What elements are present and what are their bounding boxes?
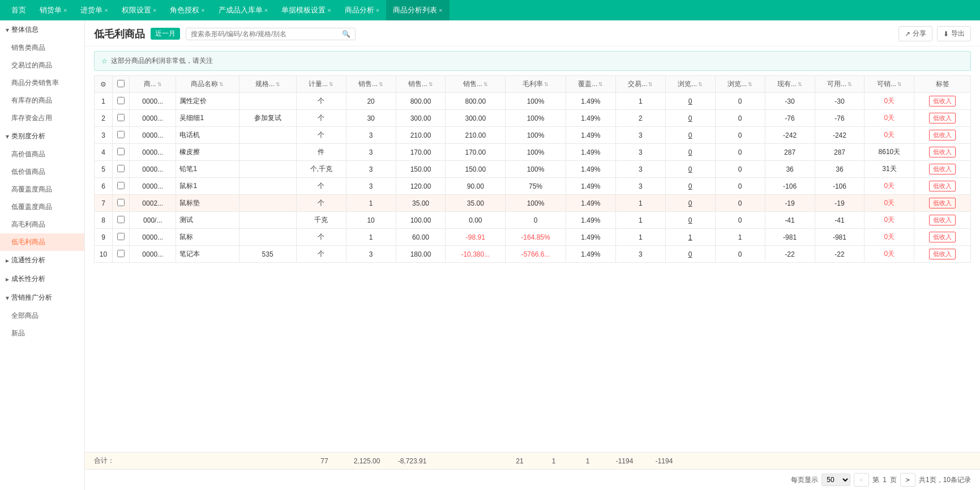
cell-checkbox[interactable] bbox=[113, 93, 130, 110]
search-input[interactable] bbox=[191, 30, 342, 38]
col-view2[interactable]: 浏览... ⇅ bbox=[715, 76, 765, 93]
sort-icon-trade[interactable]: ⇅ bbox=[648, 82, 653, 87]
next-page-button[interactable]: ＞ bbox=[900, 473, 915, 487]
nav-sales[interactable]: 销货单 × bbox=[33, 0, 74, 20]
nav-permissions[interactable]: 权限设置 × bbox=[115, 0, 163, 20]
sort-icon-view2[interactable]: ⇅ bbox=[748, 82, 752, 87]
sidebar-item-high-coverage[interactable]: 高覆盖度商品 bbox=[0, 181, 84, 198]
sidebar-item-new-goods[interactable]: 新品 bbox=[0, 325, 84, 342]
col-name[interactable]: 商品名称 ⇅ bbox=[176, 76, 239, 93]
sort-icon-spec[interactable]: ⇅ bbox=[276, 82, 280, 87]
sidebar-item-stock-goods[interactable]: 有库存的商品 bbox=[0, 92, 84, 109]
cell-checkbox[interactable] bbox=[113, 246, 130, 263]
sidebar-item-high-value[interactable]: 高价值商品 bbox=[0, 146, 84, 163]
cell-view1[interactable]: 0 bbox=[665, 195, 715, 212]
prev-page-button[interactable]: ＜ bbox=[854, 473, 869, 487]
col-settings[interactable]: ⚙ bbox=[95, 76, 113, 93]
row-checkbox[interactable] bbox=[117, 165, 125, 172]
row-checkbox[interactable] bbox=[117, 182, 125, 189]
nav-close-goods-analysis-list[interactable]: × bbox=[439, 7, 442, 14]
row-checkbox[interactable] bbox=[117, 131, 125, 138]
col-checkbox[interactable] bbox=[113, 76, 130, 93]
col-view1[interactable]: 浏览... ⇅ bbox=[665, 76, 715, 93]
cell-view1[interactable]: 0 bbox=[665, 246, 715, 263]
row-checkbox[interactable] bbox=[117, 233, 125, 240]
sidebar-item-inventory-fund[interactable]: 库存资金占用 bbox=[0, 109, 84, 127]
col-unit[interactable]: 计量... ⇅ bbox=[296, 76, 346, 93]
nav-home[interactable]: 首页 bbox=[5, 0, 33, 20]
cell-view1[interactable]: 0 bbox=[665, 212, 715, 229]
nav-purchase[interactable]: 进货单 × bbox=[74, 0, 114, 20]
sidebar-group-liquidity[interactable]: ▸ 流通性分析 bbox=[0, 251, 84, 270]
search-box[interactable]: 🔍 bbox=[186, 28, 356, 40]
sort-icon-saleable[interactable]: ⇅ bbox=[897, 82, 902, 87]
col-trade[interactable]: 交易... ⇅ bbox=[615, 76, 665, 93]
sort-icon-sale-qty[interactable]: ⇅ bbox=[379, 82, 383, 87]
nav-roles[interactable]: 角色授权 × bbox=[163, 0, 211, 20]
cell-view1[interactable]: 0 bbox=[665, 110, 715, 127]
cell-checkbox[interactable] bbox=[113, 127, 130, 144]
nav-template[interactable]: 单据模板设置 × bbox=[275, 0, 337, 20]
sort-icon-unit[interactable]: ⇅ bbox=[329, 82, 333, 87]
cell-view1[interactable]: 0 bbox=[665, 93, 715, 110]
cell-view1[interactable]: 0 bbox=[665, 127, 715, 144]
sidebar-item-high-margin[interactable]: 高毛利商品 bbox=[0, 216, 84, 233]
sort-icon-coverage[interactable]: ⇅ bbox=[598, 82, 603, 87]
cell-view1[interactable]: 0 bbox=[665, 178, 715, 195]
nav-close-product-inbound[interactable]: × bbox=[264, 7, 268, 14]
col-sale-price[interactable]: 销售... ⇅ bbox=[396, 76, 446, 93]
nav-goods-analysis[interactable]: 商品分析 × bbox=[338, 0, 386, 20]
sidebar-item-category-rate[interactable]: 商品分类销售率 bbox=[0, 74, 84, 92]
export-button[interactable]: ⬇ 导出 bbox=[937, 26, 971, 41]
cell-checkbox[interactable] bbox=[113, 195, 130, 212]
col-sale-amount[interactable]: 销售... ⇅ bbox=[446, 76, 506, 93]
sort-icon-view1[interactable]: ⇅ bbox=[698, 82, 703, 87]
sidebar-item-sales-goods[interactable]: 销售类商品 bbox=[0, 39, 84, 57]
sort-icon-sale-amount[interactable]: ⇅ bbox=[483, 82, 488, 87]
col-available[interactable]: 可用... ⇅ bbox=[815, 76, 865, 93]
nav-close-goods-analysis[interactable]: × bbox=[376, 7, 379, 14]
sidebar-group-overall[interactable]: ▾ 整体信息 bbox=[0, 20, 84, 39]
sidebar-item-low-value[interactable]: 低价值商品 bbox=[0, 163, 84, 181]
nav-goods-analysis-list[interactable]: 商品分析列表 × bbox=[386, 0, 449, 20]
cell-view1[interactable]: 1 bbox=[665, 229, 715, 246]
col-saleable[interactable]: 可销... ⇅ bbox=[865, 76, 914, 93]
sidebar-group-marketing[interactable]: ▾ 营销推广分析 bbox=[0, 288, 84, 307]
cell-view1[interactable]: 0 bbox=[665, 161, 715, 178]
sidebar-group-category[interactable]: ▾ 类别度分析 bbox=[0, 127, 84, 146]
sidebar-item-low-margin[interactable]: 低毛利商品 bbox=[0, 233, 84, 251]
nav-close-template[interactable]: × bbox=[327, 7, 331, 14]
col-current[interactable]: 现有... ⇅ bbox=[765, 76, 815, 93]
cell-view1[interactable]: 0 bbox=[665, 144, 715, 161]
per-page-select[interactable]: 50 20 100 bbox=[821, 474, 850, 486]
col-code[interactable]: 商... ⇅ bbox=[130, 76, 176, 93]
cell-checkbox[interactable] bbox=[113, 161, 130, 178]
sort-icon-gross-rate[interactable]: ⇅ bbox=[544, 82, 549, 87]
sort-icon-current[interactable]: ⇅ bbox=[798, 82, 802, 87]
nav-close-purchase[interactable]: × bbox=[104, 7, 108, 14]
nav-close-sales[interactable]: × bbox=[63, 7, 67, 14]
select-all-checkbox[interactable] bbox=[117, 80, 125, 87]
sort-icon-sale-price[interactable]: ⇅ bbox=[429, 82, 433, 87]
sidebar-item-low-coverage[interactable]: 低覆盖度商品 bbox=[0, 198, 84, 216]
col-tag[interactable]: 标签 bbox=[914, 76, 971, 93]
row-checkbox[interactable] bbox=[117, 114, 125, 121]
row-checkbox[interactable] bbox=[117, 216, 125, 223]
sidebar-item-all-goods[interactable]: 全部商品 bbox=[0, 307, 84, 325]
sidebar-item-traded-goods[interactable]: 交易过的商品 bbox=[0, 57, 84, 74]
col-sale-qty[interactable]: 销售... ⇅ bbox=[346, 76, 396, 93]
nav-close-roles[interactable]: × bbox=[201, 7, 204, 14]
table-container[interactable]: ⚙ 商... ⇅ 商品名称 bbox=[85, 75, 980, 452]
cell-checkbox[interactable] bbox=[113, 229, 130, 246]
col-gross-rate[interactable]: 毛利率 ⇅ bbox=[506, 76, 566, 93]
cell-checkbox[interactable] bbox=[113, 212, 130, 229]
col-coverage[interactable]: 覆盖... ⇅ bbox=[566, 76, 615, 93]
sort-icon-name[interactable]: ⇅ bbox=[219, 82, 224, 87]
row-checkbox[interactable] bbox=[117, 250, 125, 257]
cell-checkbox[interactable] bbox=[113, 178, 130, 195]
nav-close-permissions[interactable]: × bbox=[153, 7, 156, 14]
share-button[interactable]: ↗ 分享 bbox=[898, 26, 932, 41]
sidebar-group-growth[interactable]: ▸ 成长性分析 bbox=[0, 270, 84, 288]
sort-icon-available[interactable]: ⇅ bbox=[848, 82, 852, 87]
row-checkbox[interactable] bbox=[117, 148, 125, 155]
